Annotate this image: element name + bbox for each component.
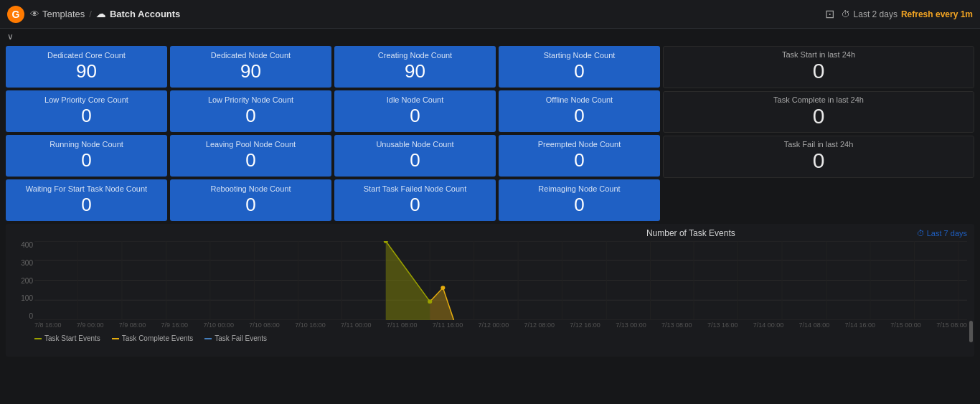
clock-icon-chart: ⏱	[917, 229, 925, 238]
tile-start-task-failed[interactable]: Start Task Failed Node Count 0	[334, 179, 496, 221]
clock-icon: ⏱	[842, 9, 850, 19]
tile-value: 90	[240, 60, 261, 83]
main-content: Dedicated Core Count 90 Dedicated Node C…	[0, 44, 980, 358]
svg-point-30	[440, 286, 445, 290]
y-axis-labels: 0 100 200 300 400	[14, 241, 33, 320]
tile-preempted-node-count[interactable]: Preempted Node Count 0	[499, 135, 660, 177]
tile-label: Task Complete in last 24h	[773, 95, 864, 104]
legend-label-start: Task Start Events	[44, 334, 100, 342]
tile-label: Running Node Count	[50, 140, 123, 149]
collapse-row[interactable]: ∨	[0, 29, 980, 44]
tile-low-priority-node-count[interactable]: Low Priority Node Count 0	[170, 90, 331, 132]
eye-icon: 👁	[30, 9, 39, 19]
legend-item-complete: Task Complete Events	[112, 334, 194, 342]
tile-value: 0	[81, 194, 91, 216]
tile-label: Leaving Pool Node Count	[206, 140, 296, 149]
legend-item-fail: Task Fail Events	[204, 334, 267, 342]
chart-title: Number of Task Events	[465, 228, 917, 238]
tile-label: Waiting For Start Task Node Count	[26, 184, 147, 194]
tile-value: 0	[410, 105, 420, 127]
tile-label: Start Task Failed Node Count	[364, 184, 466, 194]
tile-value: 0	[574, 194, 584, 216]
tile-task-start-24h[interactable]: Task Start in last 24h 0	[663, 46, 974, 88]
tile-label: Low Priority Node Count	[208, 95, 293, 105]
tile-value: 90	[76, 60, 97, 83]
tile-value: 0	[813, 149, 825, 173]
breadcrumb-templates[interactable]: Templates	[42, 9, 85, 19]
legend-color-fail	[204, 338, 212, 339]
tile-label: Dedicated Node Count	[211, 51, 291, 60]
svg-point-29	[428, 299, 432, 304]
legend-item-start: Task Start Events	[34, 334, 100, 342]
tile-dedicated-core-count[interactable]: Dedicated Core Count 90	[6, 46, 167, 88]
chart-svg	[34, 241, 967, 320]
legend-label-complete: Task Complete Events	[122, 334, 194, 342]
tile-placeholder	[663, 181, 974, 222]
tile-value: 0	[81, 149, 91, 172]
tile-waiting-for-start-task[interactable]: Waiting For Start Task Node Count 0	[6, 179, 167, 221]
tile-value: 0	[81, 105, 91, 127]
tile-offline-node-count[interactable]: Offline Node Count 0	[499, 90, 660, 132]
grafana-logo[interactable]: G	[7, 6, 24, 23]
chart-header: Number of Task Events ⏱ Last 7 days	[13, 228, 967, 238]
tile-label: Unusable Node Count	[376, 140, 453, 149]
tile-value: 0	[410, 194, 420, 216]
tile-task-fail-24h[interactable]: Task Fail in last 24h 0	[663, 136, 974, 178]
tile-label: Low Priority Core Count	[44, 95, 128, 105]
tile-idle-node-count[interactable]: Idle Node Count 0	[334, 90, 496, 132]
tile-value: 0	[245, 149, 255, 172]
tile-label: Rebooting Node Count	[211, 184, 291, 194]
breadcrumb: 👁 Templates / ☁ Batch Accounts	[30, 9, 180, 19]
chart-plot-area: 0 100 200 300 400	[34, 241, 967, 329]
tile-label: Reimaging Node Count	[538, 184, 620, 194]
tile-value: 0	[813, 104, 825, 128]
time-range-label: Last 2 days	[854, 9, 897, 19]
cloud-icon: ☁	[96, 9, 105, 19]
svg-marker-27	[430, 288, 453, 320]
right-column: Task Start in last 24h 0 Task Complete i…	[663, 46, 974, 221]
tile-value: 0	[574, 60, 584, 83]
tile-creating-node-count[interactable]: Creating Node Count 90	[334, 46, 496, 88]
chart-timerange[interactable]: ⏱ Last 7 days	[917, 229, 967, 238]
tile-label: Task Fail in last 24h	[784, 140, 854, 149]
tile-value: 0	[574, 105, 584, 127]
tile-running-node-count[interactable]: Running Node Count 0	[6, 135, 167, 177]
chart-timerange-label: Last 7 days	[927, 229, 967, 238]
tile-label: Creating Node Count	[378, 51, 452, 60]
chart-legend: Task Start Events Task Complete Events T…	[34, 332, 967, 342]
tile-value: 0	[410, 149, 420, 172]
time-info[interactable]: ⏱ Last 2 days Refresh every 1m	[842, 9, 973, 19]
legend-color-complete	[112, 338, 119, 339]
tile-value: 0	[574, 149, 584, 172]
refresh-label[interactable]: Refresh every 1m	[901, 9, 973, 19]
tile-label: Task Start in last 24h	[782, 50, 855, 59]
monitor-icon[interactable]: ⊡	[825, 7, 834, 21]
topbar-left: G 👁 Templates / ☁ Batch Accounts	[7, 6, 180, 23]
breadcrumb-sep: /	[89, 9, 92, 19]
tile-value: 0	[813, 59, 825, 83]
tile-value: 90	[405, 60, 425, 83]
tile-reimaging-node-count[interactable]: Reimaging Node Count 0	[499, 179, 660, 221]
tile-low-priority-core-count[interactable]: Low Priority Core Count 0	[6, 90, 167, 132]
legend-color-start	[34, 338, 42, 339]
page-title: ☁ Batch Accounts	[96, 9, 180, 19]
tile-dedicated-node-count[interactable]: Dedicated Node Count 90	[170, 46, 331, 88]
tiles-grid: Dedicated Core Count 90 Dedicated Node C…	[6, 46, 660, 221]
tile-leaving-pool-node-count[interactable]: Leaving Pool Node Count 0	[170, 135, 331, 177]
tile-label: Idle Node Count	[387, 95, 444, 105]
tile-value: 0	[245, 105, 255, 127]
chevron-down-icon: ∨	[7, 32, 14, 42]
tile-label: Offline Node Count	[546, 95, 613, 105]
tile-starting-node-count[interactable]: Starting Node Count 0	[499, 46, 660, 88]
tile-label: Dedicated Core Count	[47, 51, 126, 60]
tile-value: 0	[245, 194, 255, 216]
chart-section: Number of Task Events ⏱ Last 7 days 0 10…	[6, 224, 974, 357]
x-axis-labels: 7/8 16:00 7/9 00:00 7/9 08:00 7/9 16:00 …	[34, 321, 967, 329]
tile-unusable-node-count[interactable]: Unusable Node Count 0	[334, 135, 496, 177]
tile-rebooting-node-count[interactable]: Rebooting Node Count 0	[170, 179, 331, 221]
tile-task-complete-24h[interactable]: Task Complete in last 24h 0	[663, 91, 974, 133]
scrollbar[interactable]	[969, 321, 973, 342]
topbar: G 👁 Templates / ☁ Batch Accounts ⊡ ⏱ Las…	[0, 0, 980, 29]
topbar-right: ⊡ ⏱ Last 2 days Refresh every 1m	[825, 7, 973, 21]
legend-label-fail: Task Fail Events	[215, 334, 267, 342]
